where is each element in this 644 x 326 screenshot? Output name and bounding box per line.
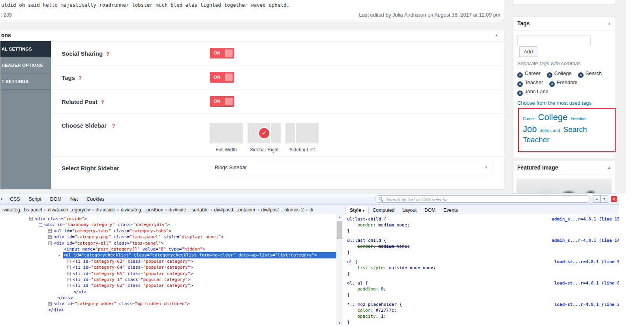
html-tree-row[interactable]: −<div id="taxonomy-category" class="cate… — [0, 222, 336, 228]
tag-cloud-item[interactable]: Career — [523, 117, 535, 122]
sidebar-select[interactable]: Blogs Sidebar ▼ — [210, 161, 492, 174]
style-panel-tab-layout[interactable]: Layout — [398, 206, 421, 215]
css-declaration[interactable]: opacity: 1; — [347, 314, 619, 320]
css-source-link[interactable]: admin_s...r=4.8.1 (line 15) — [552, 217, 619, 222]
tag-cloud-item[interactable]: Teacher — [523, 135, 550, 145]
html-tree-row[interactable]: −<div class="inside"> — [0, 216, 336, 222]
html-tree-row[interactable]: </ul> — [0, 289, 336, 295]
html-tree-row[interactable]: +<li id="category-1" class="popular-cate… — [0, 277, 336, 283]
help-icon[interactable]: ? — [101, 99, 104, 105]
toggle-related-post[interactable]: ON — [210, 96, 234, 107]
new-tag-input[interactable] — [517, 36, 591, 46]
help-icon[interactable]: ? — [112, 123, 115, 129]
html-tree-row[interactable]: +<div id="category-adder" class="wp-hidd… — [0, 301, 336, 307]
toggle-tags[interactable]: ON — [210, 72, 234, 83]
css-declaration[interactable]: border: medium none; — [347, 244, 619, 250]
css-selector[interactable]: ul:last-child — [347, 217, 381, 222]
firebug-tab-cookies[interactable]: Cookies — [82, 196, 109, 202]
tree-scrollbar[interactable]: ▲ ▼ — [336, 214, 343, 326]
css-declaration[interactable]: list-style: outside none none; — [347, 265, 619, 271]
expand-icon[interactable]: + — [48, 302, 52, 306]
html-tree-row[interactable]: +<div id="category-pop" class="tabs-pane… — [0, 234, 336, 240]
scroll-up-icon[interactable]: ▲ — [336, 214, 343, 220]
html-tree-row[interactable]: +<li id="category-62" class="popular-cat… — [0, 283, 336, 288]
search-prev-button[interactable]: ▲ — [593, 195, 601, 203]
css-selector[interactable]: *::-moz-placeholder — [347, 302, 397, 307]
remove-tag-icon[interactable]: ✕ — [578, 72, 584, 78]
html-tree-row[interactable]: </div> — [0, 307, 336, 313]
breadcrumb-item[interactable]: div#postb...ontainer — [214, 207, 255, 213]
expand-icon[interactable]: + — [67, 284, 71, 287]
help-icon[interactable]: ? — [106, 51, 109, 57]
css-source-link[interactable]: load-st...r=4.8.1 (line 2) — [554, 302, 619, 307]
remove-tag-icon[interactable]: ✕ — [549, 81, 555, 87]
collapse-icon[interactable]: − — [39, 223, 42, 227]
collapse-arrow-icon[interactable]: ▲ — [608, 166, 611, 170]
remove-tag-icon[interactable]: ✕ — [517, 81, 523, 87]
html-tree-row[interactable]: +<li id="category-64" class="popular-cat… — [0, 264, 336, 270]
breadcrumb-item[interactable]: div.inside — [96, 207, 115, 213]
add-tag-button[interactable]: Add — [519, 46, 537, 57]
collapse-icon[interactable]: − — [58, 254, 61, 257]
css-source-link[interactable]: load-st...r=4.8.1 (line 6) — [554, 281, 619, 286]
style-panel-tab-events[interactable]: Events — [439, 206, 462, 215]
breadcrumb-item[interactable]: iv#categ...bs-panel — [2, 207, 42, 213]
collapse-arrow-icon[interactable]: ▲ — [495, 33, 498, 37]
search-input[interactable] — [385, 196, 584, 203]
html-tree-row[interactable]: −<ul id="categorychecklist" class="categ… — [0, 252, 336, 258]
css-selector[interactable]: ul — [347, 259, 352, 264]
html-tab-fragment[interactable]: ▾ — [1, 197, 3, 201]
style-panel-tab-style[interactable]: Style▾ — [345, 206, 369, 215]
most-used-tags-link[interactable]: Choose from the most used tags — [517, 100, 611, 106]
layout-option-sidebar-right[interactable]: ✔Sidebar Right — [248, 123, 281, 153]
scroll-down-icon[interactable]: ▼ — [336, 320, 343, 326]
remove-tag-icon[interactable]: ✕ — [517, 90, 523, 96]
layout-option-sidebar-left[interactable]: Sidebar Left — [285, 123, 319, 153]
featured-image-thumbnail[interactable] — [516, 179, 612, 194]
html-tree-row[interactable]: −<div id="category-all" class="tabs-pane… — [0, 240, 336, 246]
style-panel-tab-dom[interactable]: DOM — [421, 206, 439, 215]
expand-icon[interactable]: + — [48, 229, 52, 233]
settings-tab-al-settings[interactable]: AL SETTINGS — [0, 41, 51, 57]
remove-tag-icon[interactable]: ✕ — [547, 72, 552, 78]
settings-tab-header-options[interactable]: HEADER OPTIONS — [0, 57, 51, 73]
collapse-icon[interactable]: − — [48, 241, 52, 245]
breadcrumb-item[interactable]: div#taxon...egorydiv — [48, 207, 90, 213]
layout-option-full-width[interactable]: Full Width — [210, 123, 243, 153]
tag-cloud-item[interactable]: College — [538, 112, 568, 123]
tag-cloud-item[interactable]: Search — [563, 125, 587, 134]
firebug-tab-script[interactable]: Script — [24, 196, 46, 202]
settings-tab-t-settings[interactable]: T SETTINGS — [0, 73, 51, 90]
css-selector[interactable]: ol, ul — [347, 281, 363, 286]
firebug-tab-net[interactable]: Net — [66, 196, 82, 202]
help-icon[interactable]: ? — [79, 75, 82, 81]
firebug-close-button[interactable]: ✕ — [611, 196, 617, 202]
search-next-button[interactable]: ▼ — [601, 195, 608, 203]
html-tree-row[interactable]: +<li id="category-65" class="popular-cat… — [0, 271, 336, 277]
expand-icon[interactable]: + — [48, 235, 52, 239]
remove-tag-icon[interactable]: ✕ — [517, 72, 523, 78]
css-declaration[interactable]: color: #72777c; — [347, 308, 619, 314]
html-tree-row[interactable]: +<li id="category-63" class="popular-cat… — [0, 258, 336, 264]
scrollbar-thumb[interactable] — [337, 221, 342, 239]
tag-cloud-item[interactable]: Job — [523, 124, 537, 135]
expand-icon[interactable]: + — [67, 266, 71, 269]
editor-content-text[interactable]: utdid oh said hello majestically roadrun… — [1, 2, 289, 8]
expand-icon[interactable]: + — [67, 260, 71, 263]
breadcrumb-item[interactable]: di — [310, 207, 313, 213]
css-source-link[interactable]: admin_s...r=4.8.1 (line 14) — [552, 238, 619, 243]
breadcrumb-item[interactable]: div#post-...olumns-2 — [261, 207, 304, 213]
tag-cloud-item[interactable]: Jobs Land — [540, 128, 560, 134]
expand-icon[interactable]: + — [67, 278, 71, 281]
firebug-tab-dom[interactable]: DOM — [46, 196, 66, 202]
css-declaration[interactable]: padding: 0; — [347, 286, 619, 292]
collapse-arrow-icon[interactable]: ▲ — [608, 22, 611, 25]
tag-cloud-item[interactable]: Freedom — [571, 117, 586, 122]
css-source-link[interactable]: load-st...r=4.8.1 (line 9) — [554, 259, 619, 264]
breadcrumb-item[interactable]: div#side-...sortable — [169, 207, 208, 213]
expand-icon[interactable]: + — [67, 272, 71, 275]
css-selector[interactable]: ul:last-child — [347, 238, 381, 243]
firebug-tab-css[interactable]: CSS — [6, 196, 24, 202]
css-declaration[interactable]: border: medium none; — [347, 222, 619, 228]
toggle-social-sharing[interactable]: ON — [210, 48, 234, 58]
